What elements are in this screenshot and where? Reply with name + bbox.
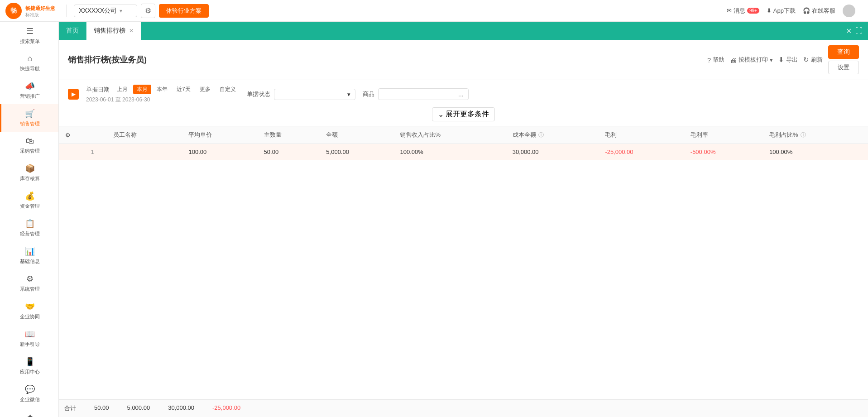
sidebar-label-finance: 资金管理 xyxy=(20,203,40,210)
sidebar-label-apps: 应用中心 xyxy=(20,369,40,375)
status-filter-group: 单据状态 ▾ xyxy=(247,89,355,100)
col-settings[interactable]: ⚙ xyxy=(59,126,77,144)
more-options-icon[interactable]: ... xyxy=(458,91,464,98)
system-icon: ⚙ xyxy=(26,274,34,284)
col-employee: 员工名称 xyxy=(108,126,183,144)
tab-bar-right: ✕ ⛶ xyxy=(846,27,868,35)
avatar[interactable] xyxy=(843,5,855,17)
sidebar-label-search: 搜索菜单 xyxy=(20,38,40,45)
sidebar-label-basics: 基础信息 xyxy=(20,258,40,265)
sidebar-label-quick-nav: 快捷导航 xyxy=(20,65,40,72)
main-layout: ☰ 搜索菜单 ⌂ 快捷导航 📣 营销推广 🛒 销售管理 🛍 采购管理 📦 库存核… xyxy=(0,22,868,417)
col-profit-rate: 毛利率 xyxy=(685,126,764,144)
home-icon: ⌂ xyxy=(28,54,33,63)
app-download-btn[interactable]: ⬇ App下载 xyxy=(767,7,796,15)
sidebar-label-wechat: 企业微信 xyxy=(20,396,40,403)
status-chevron-icon: ▾ xyxy=(347,91,350,98)
date-filter-group: 单据日期 上月 本月 本年 近7天 更多 自定义 2023-06-01 至 20… xyxy=(86,85,240,104)
footer-cost: 30,000.00 xyxy=(168,404,194,412)
sidebar-item-guide[interactable]: 📖 新手引导 xyxy=(0,325,58,352)
tab-home-label: 首页 xyxy=(66,27,79,35)
sidebar-item-wechat[interactable]: 💬 企业微信 xyxy=(0,380,58,407)
refresh-btn[interactable]: ↻ 刷新 xyxy=(803,56,823,64)
settings-button[interactable]: 设置 xyxy=(828,61,859,74)
sidebar-label-collab: 企业协同 xyxy=(20,313,40,320)
query-settings-group: 查询 设置 xyxy=(828,45,859,74)
marketing-icon: 📣 xyxy=(25,81,35,91)
sidebar-item-collab[interactable]: 🤝 企业协同 xyxy=(0,297,58,325)
col-avg-price: 平均单价 xyxy=(183,126,258,144)
sidebar-item-purchase[interactable]: 🛍 采购管理 xyxy=(0,132,58,159)
company-name-text: XXXXXX公司 xyxy=(79,7,117,15)
date-tab-this-year[interactable]: 本年 xyxy=(153,85,171,94)
filter-arrow-btn[interactable]: ▶ xyxy=(68,89,79,100)
tab-home[interactable]: 首页 xyxy=(59,22,86,40)
window-maximize-icon[interactable]: ⛶ xyxy=(855,27,863,35)
query-button[interactable]: 查询 xyxy=(828,45,859,59)
table-container: ⚙ 员工名称 平均单价 主数量 全额 销售收入占比% 成本全额 ⓘ xyxy=(59,126,868,399)
table-header-row: ⚙ 员工名称 平均单价 主数量 全额 销售收入占比% 成本全额 ⓘ xyxy=(59,126,868,144)
tab-sales-rank-label: 销售排行榜 xyxy=(94,27,125,35)
print-btn[interactable]: 🖨 按模板打印 ▾ xyxy=(730,56,773,64)
download-icon: ⬇ xyxy=(767,7,772,14)
sidebar-label-marketing: 营销推广 xyxy=(20,93,40,100)
expand-conditions-btn[interactable]: ⌄ 展开更多条件 xyxy=(432,107,495,121)
date-tabs: 上月 本月 本年 近7天 更多 自定义 xyxy=(113,85,240,94)
app-download-label: App下载 xyxy=(773,7,796,15)
cost-info-icon: ⓘ xyxy=(538,132,544,138)
date-tab-this-month[interactable]: 本月 xyxy=(133,85,151,94)
top-bar-right: ✉ 消息 99+ ⬇ App下载 🎧 在线客服 xyxy=(727,5,863,17)
logo-text: 畅捷通好生意 xyxy=(25,5,55,12)
status-select[interactable]: ▾ xyxy=(274,89,355,100)
col-qty: 主数量 xyxy=(259,126,321,144)
operations-icon: 📋 xyxy=(25,219,35,229)
date-tab-7days[interactable]: 近7天 xyxy=(173,85,194,94)
window-close-icon[interactable]: ✕ xyxy=(846,27,852,35)
refresh-icon: ↻ xyxy=(803,56,809,64)
logo-sub: 标准版 xyxy=(25,12,55,18)
sidebar-item-finance[interactable]: 💰 资金管理 xyxy=(0,187,58,214)
print-icon: 🖨 xyxy=(730,56,737,64)
sales-icon: 🛒 xyxy=(25,109,35,119)
sidebar-label-sales: 销售管理 xyxy=(20,120,40,127)
headset-icon: 🎧 xyxy=(803,7,810,14)
sidebar-item-operations[interactable]: 📋 经营管理 xyxy=(0,214,58,242)
message-label: 消息 xyxy=(734,7,745,15)
search-menu-icon: ☰ xyxy=(26,26,34,36)
sidebar-label-system: 系统管理 xyxy=(20,286,40,292)
sidebar-item-quick-nav[interactable]: ⌂ 快捷导航 xyxy=(0,49,58,77)
sidebar-item-inventory[interactable]: 📦 库存核算 xyxy=(0,159,58,187)
row-cost: 30,000.00 xyxy=(507,144,600,160)
date-tab-custom[interactable]: 自定义 xyxy=(216,85,240,94)
divider xyxy=(66,5,67,17)
col-cost: 成本全额 ⓘ xyxy=(507,126,600,144)
help-btn[interactable]: ? 帮助 xyxy=(707,56,724,64)
goods-filter-group: 商品 ... xyxy=(363,88,469,100)
col-settings-icon: ⚙ xyxy=(65,132,71,139)
date-tab-last-month[interactable]: 上月 xyxy=(113,85,131,94)
guide-icon: 📖 xyxy=(25,329,35,339)
inventory-icon: 📦 xyxy=(25,163,35,173)
message-btn[interactable]: ✉ 消息 99+ xyxy=(727,7,759,15)
sidebar-item-sales[interactable]: 🛒 销售管理 xyxy=(0,104,58,132)
goods-input[interactable]: ... xyxy=(378,88,469,100)
sidebar-item-marketing[interactable]: 📣 营销推广 xyxy=(0,77,58,104)
date-tab-more[interactable]: 更多 xyxy=(196,85,214,94)
close-tab-icon[interactable]: ✕ xyxy=(129,28,134,34)
export-btn[interactable]: ⬇ 导出 xyxy=(778,56,798,64)
footer-profit: -25,000.00 xyxy=(212,404,240,412)
col-profit-pct: 毛利占比% ⓘ xyxy=(764,126,868,144)
date-filter-label: 单据日期 xyxy=(86,86,110,94)
page-actions: ? 帮助 🖨 按模板打印 ▾ ⬇ 导出 ↻ 刷新 xyxy=(707,45,859,74)
col-amount: 全额 xyxy=(321,126,394,144)
company-selector[interactable]: XXXXXX公司 ▾ xyxy=(74,5,137,17)
online-service-btn[interactable]: 🎧 在线客服 xyxy=(803,7,835,15)
sidebar-item-search[interactable]: ☰ 搜索菜单 xyxy=(0,22,58,49)
sidebar-item-member[interactable]: ✦ 畅会员 xyxy=(0,407,58,417)
tab-sales-rank[interactable]: 销售排行榜 ✕ xyxy=(86,22,141,40)
sidebar-item-apps[interactable]: 📱 应用中心 xyxy=(0,352,58,380)
sidebar-item-system[interactable]: ⚙ 系统管理 xyxy=(0,269,58,297)
trial-button[interactable]: 体验行业方案 xyxy=(159,4,209,18)
sidebar-item-basics[interactable]: 📊 基础信息 xyxy=(0,242,58,269)
settings-icon[interactable]: ⚙ xyxy=(141,4,155,18)
